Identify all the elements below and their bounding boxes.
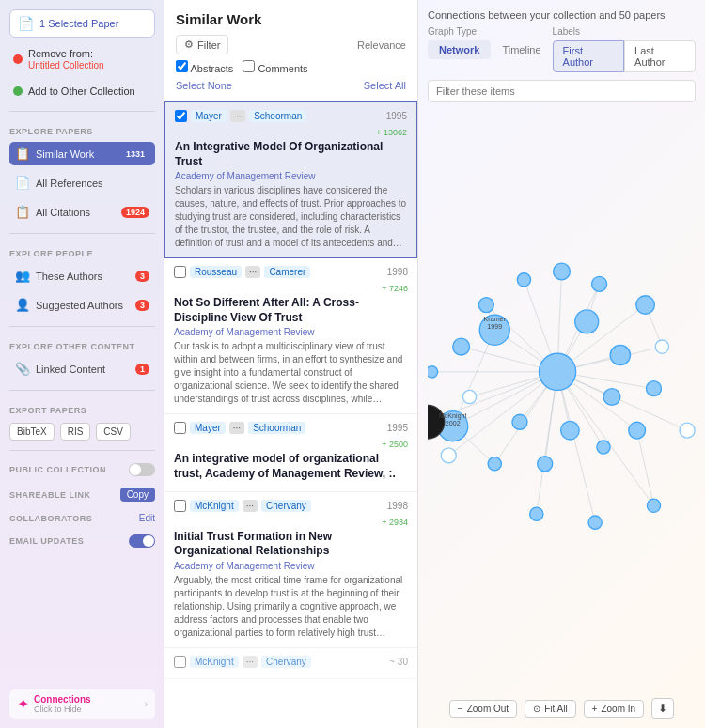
all-references-label: All References: [36, 178, 103, 189]
zoom-in-btn[interactable]: + Zoom In: [584, 700, 645, 718]
connections-icon: ✦: [17, 695, 29, 713]
svg-point-48: [636, 296, 655, 315]
fit-all-label: Fit All: [544, 704, 567, 714]
collaborators-label: COLLABORATORS: [9, 514, 92, 523]
paper-checkbox[interactable]: [174, 266, 186, 278]
sidebar: 📄 1 Selected Paper Remove from: Untitled…: [0, 0, 164, 728]
author-tag-1: Rousseau: [190, 266, 242, 278]
tab-network[interactable]: Network: [428, 40, 491, 59]
svg-text:2002: 2002: [446, 420, 461, 427]
paper-item[interactable]: Mayer ··· Schoorman 1995 + 2500 An integ…: [164, 414, 417, 491]
paper-abstract: Arguably, the most critical time frame f…: [174, 574, 408, 640]
download-btn[interactable]: ⬇: [651, 698, 674, 719]
all-references-icon: 📄: [15, 176, 30, 190]
paper-journal: Academy of Management Review: [175, 171, 407, 181]
author-tag-1: Mayer: [190, 422, 226, 434]
comments-checkbox-label[interactable]: Comments: [243, 60, 307, 74]
email-updates-toggle[interactable]: [129, 534, 155, 548]
svg-point-42: [462, 390, 476, 403]
paper-checkbox[interactable]: [174, 500, 186, 512]
filter-items-input[interactable]: [428, 80, 696, 102]
suggested-authors-label: Suggested Authors: [36, 300, 123, 311]
edit-collaborators-link[interactable]: Edit: [139, 513, 155, 523]
author-tag-1: McKnight: [190, 500, 239, 512]
remove-from-btn[interactable]: Remove from: Untitled Collection: [9, 43, 155, 75]
checkbox-row: Abstracts Comments: [176, 60, 406, 74]
abstracts-label: Abstracts: [190, 63, 233, 74]
similar-work-icon: 📋: [15, 147, 30, 161]
paper-checkbox[interactable]: [175, 110, 187, 122]
tab-last-author[interactable]: Last Author: [624, 40, 696, 72]
paper-journal: Academy of Management Review: [174, 327, 408, 337]
sidebar-item-suggested-authors[interactable]: 👤 Suggested Authors 3: [9, 293, 155, 317]
paper-checkbox[interactable]: [174, 656, 186, 668]
svg-line-24: [557, 372, 595, 522]
sidebar-item-these-authors[interactable]: 👥 These Authors 3: [9, 264, 155, 287]
similar-work-badge: 1331: [121, 148, 149, 160]
tab-first-author[interactable]: First Author: [553, 40, 625, 72]
middle-panel: Similar Work ⚙ Filter Relevance Abstract…: [164, 0, 418, 728]
author-tag-1: Mayer: [191, 110, 227, 122]
select-all-link[interactable]: Select All: [364, 80, 406, 91]
linked-content-badge: 1: [135, 364, 149, 375]
paper-item[interactable]: McKnight ··· Chervany 1998 + 2934 Initia…: [164, 492, 417, 648]
sidebar-item-similar-work[interactable]: 📋 Similar Work 1331: [9, 142, 155, 165]
graph-area: .gnode-blue { fill: #90caf9; stroke: #42…: [428, 110, 696, 692]
svg-line-26: [557, 372, 687, 430]
sidebar-item-all-citations[interactable]: 📋 All Citations 1924: [9, 200, 155, 224]
divider-3: [9, 326, 155, 327]
filter-btn[interactable]: ⚙ Filter: [176, 35, 228, 54]
paper-top-row: Rousseau ··· Camerer 1998: [174, 266, 408, 278]
zoom-out-btn[interactable]: − Zoom Out: [449, 700, 517, 718]
abstracts-checkbox[interactable]: [176, 60, 188, 72]
document-icon: 📄: [18, 16, 34, 31]
abstracts-checkbox-label[interactable]: Abstracts: [176, 60, 233, 74]
connections-bar[interactable]: ✦ Connections Click to Hide ›: [9, 689, 155, 719]
connections-label: Connections: [34, 694, 91, 705]
add-to-collection-btn[interactable]: Add to Other Collection: [9, 81, 155, 101]
zoom-in-icon: +: [592, 704, 598, 714]
svg-point-39: [603, 389, 620, 406]
collaborators-row: COLLABORATORS Edit: [9, 510, 155, 526]
export-row: BibTeX RIS CSV: [9, 423, 155, 441]
svg-point-56: [428, 366, 438, 378]
bibtex-btn[interactable]: BibTeX: [9, 423, 55, 441]
comments-checkbox[interactable]: [243, 60, 255, 72]
paper-item[interactable]: Rousseau ··· Camerer 1998 + 7246 Not So …: [164, 258, 417, 414]
connections-text-block: Connections Click to Hide: [34, 694, 91, 714]
all-citations-icon: 📋: [15, 205, 30, 219]
linked-content-label: Linked Content: [36, 364, 105, 375]
ris-btn[interactable]: RIS: [60, 423, 91, 441]
paper-year: 1995: [387, 423, 408, 433]
fit-all-btn[interactable]: ⊙ Fit All: [525, 700, 575, 718]
paper-title: Not So Different After All: A Cross-Disc…: [174, 296, 408, 325]
paper-title: An integrative model of organizational t…: [174, 452, 408, 481]
explore-other-label: EXPLORE OTHER CONTENT: [9, 342, 155, 351]
sidebar-item-linked-content[interactable]: 📎 Linked Content 1: [9, 357, 155, 380]
paper-item[interactable]: Mayer ··· Schoorman 1995 + 13062 An Inte…: [164, 101, 417, 258]
paper-item[interactable]: McKnight ··· Chervany ~ 30: [164, 648, 417, 679]
selected-paper-btn[interactable]: 📄 1 Selected Paper: [9, 9, 155, 38]
copy-link-btn[interactable]: Copy: [120, 488, 155, 502]
sidebar-item-all-references[interactable]: 📄 All References: [9, 171, 155, 194]
author-tag-2: Schoorman: [249, 110, 306, 122]
panel-title: Similar Work: [176, 11, 406, 27]
svg-point-58: [530, 507, 543, 520]
public-collection-toggle[interactable]: [129, 463, 155, 476]
public-collection-row: PUBLIC COLLECTION: [9, 460, 155, 479]
middle-header: Similar Work ⚙ Filter Relevance Abstract…: [164, 0, 417, 101]
tab-timeline[interactable]: Timeline: [491, 40, 552, 59]
select-none-link[interactable]: Select None: [176, 80, 232, 91]
paper-checkbox[interactable]: [174, 422, 186, 434]
paper-top-row: McKnight ··· Chervany 1998: [174, 500, 408, 512]
paper-year: 1998: [387, 501, 408, 511]
paper-year: 1995: [386, 111, 407, 121]
svg-point-60: [647, 499, 660, 512]
suggested-authors-badge: 3: [135, 300, 149, 311]
all-citations-label: All Citations: [36, 207, 90, 218]
explore-papers-label: EXPLORE PAPERS: [9, 127, 155, 136]
svg-point-51: [629, 422, 646, 439]
paper-abstract: Our task is to adopt a multidisciplinary…: [174, 340, 408, 406]
svg-point-45: [517, 273, 530, 287]
csv-btn[interactable]: CSV: [96, 423, 131, 441]
